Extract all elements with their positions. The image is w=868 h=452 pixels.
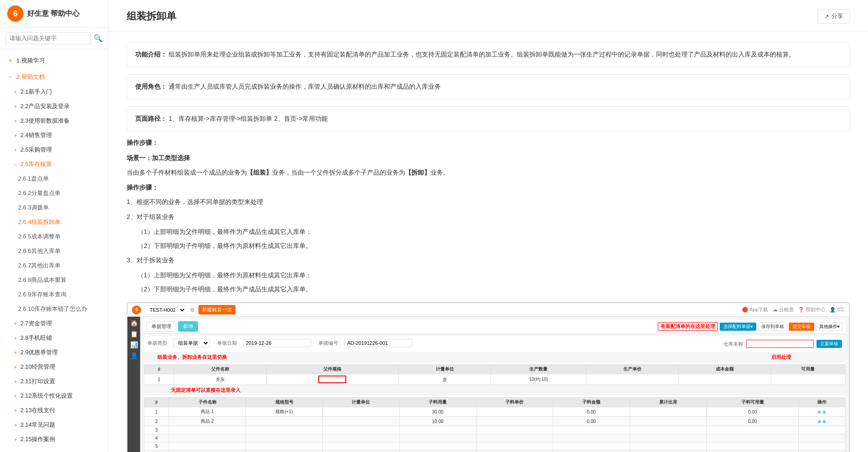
sidebar-item-purchase[interactable]: ＋ 2.5采购管理 (0, 143, 108, 157)
app-submit-btn[interactable]: 提交审核 (789, 323, 814, 331)
plus-icon: ＋ (13, 103, 18, 110)
sidebar-item-cost-recalc[interactable]: 2.6.8商品成本重算 (0, 273, 108, 287)
sidebar-item-label: 2.1新手入门 (20, 88, 52, 96)
sidebar-item-stock-count[interactable]: 2.6.1盘点单 (0, 171, 108, 186)
col-unit: 计量单位 (398, 365, 491, 374)
cell-no: 1 (144, 407, 169, 417)
cell-spec: 规格(+1) (246, 407, 323, 417)
sidebar-item-print[interactable]: ＋ 2.11打印设置 (0, 374, 108, 389)
app-company-select[interactable]: TEST-H002 (145, 305, 186, 314)
sidebar-item-install[interactable]: ＋ 2.2产品安装及登录 (0, 99, 108, 114)
highlighted-input (318, 376, 346, 383)
sidebar-item-label: 2.13在线支付 (20, 406, 55, 414)
cell-amt: 0.00 (553, 407, 630, 417)
cell-child-name: 商品 2 (169, 417, 246, 426)
app-logo-small: 6 (132, 305, 141, 314)
sidebar-logo: 6 好生意 帮助中心 (0, 0, 108, 28)
app-tab-new[interactable]: 新增 (178, 321, 198, 332)
sidebar-item-settings[interactable]: ＋ 2.12系统个性化设置 (0, 389, 108, 403)
cell-spec (246, 417, 323, 426)
nav-sub-2-5: ＋ 2.5采购管理 (0, 143, 108, 157)
search-icon[interactable]: 🔍 (94, 34, 103, 43)
nav-section-2: － 2.帮助文档 ＋ 2.1新手入门 ＋ 2.2产品安装及登录 (0, 69, 108, 447)
annotation-direct-input-label: 无固定清单可以直接在这里录入 (171, 387, 241, 393)
sidebar-item-ledger-query[interactable]: 2.6.9库存账本查询 (0, 287, 108, 302)
sidebar-item-newbie[interactable]: ＋ 2.1新手入门 (0, 85, 108, 99)
app-left-nav: 🏠 📋 📊 👤 (127, 317, 140, 452)
sidebar-item-coupon[interactable]: ＋ 2.9优惠券管理 (0, 345, 108, 360)
sidebar-item-mgmt[interactable]: ＋ 2.10经营管理 (0, 360, 108, 374)
sidebar-item-transfer[interactable]: 2.6.3调拨单 (0, 200, 108, 215)
sidebar-item-video-learning[interactable]: ＋ 1.视频学习 (0, 53, 108, 68)
sidebar-item-cases[interactable]: ＋ 2.15操作案例 (0, 432, 108, 447)
app-toolbar: 单据管理 新增 有装配清单的在这里处理 选择配料单据▾ 保存到草稿 提交审核 其… (144, 319, 845, 334)
parent-spec-input[interactable] (321, 377, 344, 382)
app-tab-list[interactable]: 单据管理 (146, 321, 176, 332)
cell-avail: 0.00 (707, 417, 798, 426)
col-cost-amt: 成本金额 (679, 365, 771, 374)
app-logo-text: 好生意 帮助中心 (27, 9, 80, 19)
sidebar-item-label: 2.4销售管理 (20, 131, 52, 139)
col-child-name: 子件名称 (169, 398, 246, 407)
plus-icon: ＋ (13, 378, 18, 385)
sidebar-item-online-pay[interactable]: ＋ 2.13在线支付 (0, 403, 108, 418)
cell-ops: ⊕ ⊗ (798, 417, 845, 426)
warehouse-label: 仓库名称 (723, 341, 743, 347)
sidebar-item-help-docs[interactable]: － 2.帮助文档 (0, 69, 108, 85)
form-date-input[interactable] (243, 339, 311, 347)
sidebar-item-label: 2.10经营管理 (20, 363, 55, 371)
row-ops-icon[interactable]: ⊕ ⊗ (817, 419, 826, 424)
sidebar-item-label: 2.帮助文档 (16, 73, 45, 81)
cell-accum (630, 417, 707, 426)
col-no2: # (144, 398, 169, 407)
sidebar-item-label: 2.14常见问题 (20, 421, 55, 429)
annotation-row: 组装业务、拆卸业务在这里切换 启用处理 (144, 354, 845, 361)
form-date-label: 单据日期 (217, 340, 240, 347)
sidebar-item-cost-adjust[interactable]: 2.6.5成本调整单 (0, 229, 108, 244)
app-save-draft-btn[interactable]: 保存到草稿 (758, 322, 787, 331)
sidebar-item-other-out[interactable]: 2.6.7其他出库单 (0, 258, 108, 273)
sidebar-item-other-in[interactable]: 2.6.6其他入库单 (0, 244, 108, 258)
table-row: 5 (144, 442, 845, 451)
share-button[interactable]: ↗ 分享 (817, 9, 850, 24)
step3-sub1: （1）上部明细为父件明细，最终作为原材料生成其它出库单； (137, 270, 850, 281)
sidebar-item-label: 2.12系统个性化设置 (20, 392, 73, 400)
sidebar-item-sales[interactable]: ＋ 2.4销售管理 (0, 128, 108, 143)
sidebar-item-data-prep[interactable]: ＋ 2.3使用前数据准备 (0, 114, 108, 128)
app-new-account-btn[interactable]: 新建账套一次 (198, 305, 236, 314)
app-form-no: 单据编号 (318, 339, 412, 347)
cell-qty: 10.00 (399, 417, 476, 426)
nav-sub-2-11: ＋ 2.11打印设置 (0, 374, 108, 389)
app-select-bom-btn[interactable]: 选择配料单据▾ (720, 323, 756, 331)
form-type-input[interactable]: 组装单据 (174, 338, 210, 347)
nav-sub-2-6: － 2.6库存核算 2.6.1盘点单 2.6.2分量盘点单 2.6.3调拨单 2… (0, 157, 108, 316)
app-child-table-container: # 子件名称 规格型号 计量单位 子料用量 子料单价 子料金额 累计出库 子料可 (144, 395, 845, 452)
scene1-title: 场景一：加工类型选择 (127, 154, 850, 162)
sidebar-item-inventory[interactable]: － 2.6库存核算 (0, 157, 108, 171)
app-other-ops-btn[interactable]: 其他操作▾ (816, 322, 843, 331)
cell-cost-amt (679, 374, 771, 385)
app-body: 🏠 📋 📊 👤 单据管理 新增 有装配清单的在这里处理 选择配料单据▾ (127, 317, 849, 452)
nav-sub-2-8: ＋ 2.8手机旺铺 (0, 331, 108, 345)
sidebar-item-mobile[interactable]: ＋ 2.8手机旺铺 (0, 331, 108, 345)
nav-sub-2-4: ＋ 2.4销售管理 (0, 128, 108, 143)
intro-block: 功能介绍： 组装拆卸单用来处理企业组装或拆卸等加工业务，支持有固定装配清单的产品… (127, 42, 850, 67)
row-ops-icon[interactable]: ⊕ ⊗ (817, 409, 826, 414)
sidebar-item-finance[interactable]: ＋ 2.7资金管理 (0, 316, 108, 331)
sidebar-item-faq[interactable]: ＋ 2.14常见问题 (0, 418, 108, 432)
steps-section: 操作步骤： 场景一：加工类型选择 当由多个子件材料组装成一个成品的业务为【组装】… (127, 139, 850, 295)
nav-sub-2-12: ＋ 2.12系统个性化设置 (0, 389, 108, 403)
sidebar-item-assembly[interactable]: 2.6.4组装拆卸单 (0, 215, 108, 229)
main-header: 组装拆卸单 ↗ 分享 (108, 0, 868, 31)
step3-text: 3、对于拆装业务 (127, 255, 850, 266)
warehouse-input[interactable] (746, 340, 814, 348)
sidebar-item-label: 2.7资金管理 (20, 319, 52, 328)
app-confirm-btn[interactable]: 立案审核 (816, 340, 842, 348)
table-row: 1 商品 1 规格(+1) 30.00 0.00 0.00 (144, 407, 845, 417)
sidebar-item-ledger-fix[interactable]: 2.6.10库存账本错了怎么办 (0, 302, 108, 316)
search-input[interactable] (5, 32, 91, 44)
app-form-date: 单据日期 (217, 339, 311, 347)
sidebar-item-weight-count[interactable]: 2.6.2分量盘点单 (0, 186, 108, 200)
form-no-input[interactable] (344, 339, 412, 347)
nav-sub-2-13: ＋ 2.13在线支付 (0, 403, 108, 418)
